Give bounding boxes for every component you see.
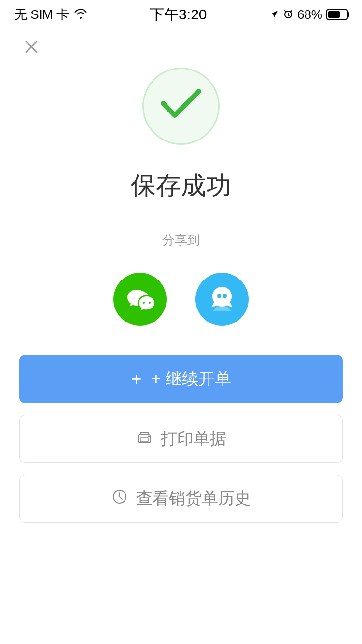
print-button[interactable]: 打印单据	[19, 415, 343, 463]
share-section: 分享到	[0, 232, 362, 326]
main-content: 保存成功 分享到	[0, 29, 362, 523]
svg-point-5	[143, 302, 145, 304]
continue-button[interactable]: + + 继续开单	[19, 355, 343, 403]
svg-point-11	[148, 436, 150, 438]
svg-point-7	[217, 294, 221, 298]
status-left: 无 SIM 卡	[14, 6, 87, 23]
wechat-icon	[125, 283, 155, 316]
share-label: 分享到	[162, 232, 200, 249]
svg-rect-10	[140, 438, 148, 442]
alarm-icon	[283, 7, 293, 22]
history-button[interactable]: 查看销货单历史	[19, 475, 343, 523]
battery-percent: 68%	[297, 7, 322, 22]
location-icon	[269, 7, 279, 22]
svg-point-6	[149, 302, 151, 304]
close-icon	[23, 39, 40, 55]
sim-text: 无 SIM 卡	[14, 6, 69, 23]
divider-left	[19, 240, 153, 240]
print-icon	[136, 428, 153, 449]
success-circle	[142, 68, 220, 145]
divider-right	[209, 240, 343, 240]
qq-share-button[interactable]	[195, 273, 249, 326]
wechat-share-button[interactable]	[113, 273, 167, 326]
qq-icon	[207, 283, 237, 316]
svg-point-4	[138, 296, 140, 298]
close-button[interactable]	[19, 35, 43, 59]
share-icons	[19, 273, 343, 326]
continue-plus-icon: +	[131, 369, 141, 390]
svg-point-3	[132, 296, 134, 298]
wifi-icon	[74, 7, 87, 22]
share-divider: 分享到	[19, 232, 343, 249]
continue-label: + 继续开单	[151, 368, 231, 390]
history-icon	[111, 488, 128, 509]
history-label: 查看销货单历史	[136, 488, 251, 510]
checkmark-icon	[159, 86, 203, 126]
status-time: 下午3:20	[150, 5, 207, 25]
status-right: 68%	[269, 7, 348, 22]
action-buttons: + + 继续开单 打印单据 查看销货单历	[0, 355, 362, 523]
print-label: 打印单据	[161, 428, 226, 450]
success-title: 保存成功	[131, 169, 231, 203]
svg-point-8	[223, 294, 227, 298]
status-bar: 无 SIM 卡 下午3:20 68%	[0, 0, 362, 29]
battery-icon	[326, 9, 348, 20]
